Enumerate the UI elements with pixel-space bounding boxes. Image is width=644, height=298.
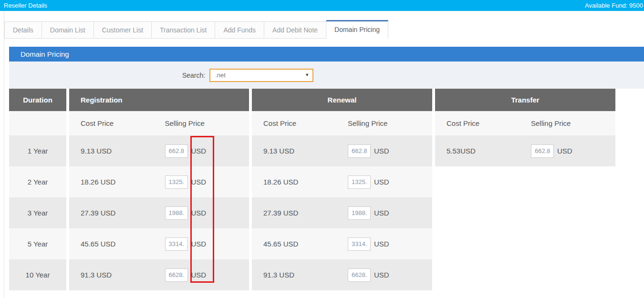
- table-row: 45.65 USD USD: [69, 228, 249, 259]
- renewal-selling-input[interactable]: [348, 237, 371, 251]
- duration-cell: 3 Year: [9, 197, 66, 228]
- tab-details[interactable]: Details: [4, 21, 42, 39]
- registration-subheader: Cost Price Selling Price: [69, 111, 249, 135]
- selling-price-label: Selling Price: [159, 119, 249, 127]
- currency-label: USD: [191, 240, 207, 248]
- transfer-selling-input[interactable]: [531, 144, 554, 158]
- renewal-selling-input[interactable]: [348, 206, 371, 220]
- currency-label: USD: [374, 147, 389, 155]
- tab-domain-list[interactable]: Domain List: [42, 21, 94, 39]
- renewal-selling-input[interactable]: [348, 268, 371, 282]
- currency-label: USD: [374, 178, 389, 186]
- registration-cost: 27.39 USD: [69, 209, 159, 217]
- currency-label: USD: [374, 209, 389, 217]
- table-row: 45.65 USD USD: [252, 228, 432, 259]
- tab-customer-list[interactable]: Customer List: [94, 21, 152, 39]
- duration-table: Duration 1 Year 2 Year 3 Year 5 Year 10 …: [9, 89, 66, 290]
- registration-selling-input[interactable]: [165, 144, 188, 158]
- table-row: 91.3 USD USD: [252, 259, 432, 290]
- pricing-tables: Duration 1 Year 2 Year 3 Year 5 Year 10 …: [9, 89, 644, 290]
- search-row: Search: .net ▼: [9, 62, 644, 89]
- registration-selling-input[interactable]: [165, 175, 188, 189]
- table-row: 27.39 USD USD: [252, 197, 432, 228]
- page-panel: Details Domain List Customer List Transa…: [4, 11, 644, 298]
- transfer-table: Transfer Cost Price Selling Price 5.53US…: [435, 89, 615, 290]
- duration-cell: 5 Year: [9, 228, 66, 259]
- registration-header: Registration: [69, 89, 249, 111]
- duration-cell: 2 Year: [9, 166, 66, 197]
- duration-cell: 1 Year: [9, 135, 66, 166]
- table-row: 18.26 USD USD: [252, 166, 432, 197]
- renewal-cost: 18.26 USD: [252, 178, 342, 186]
- tab-domain-pricing[interactable]: Domain Pricing: [326, 20, 388, 39]
- selling-price-label: Selling Price: [525, 119, 615, 127]
- registration-selling-input[interactable]: [165, 268, 188, 282]
- table-row: 9.13 USD USD: [252, 135, 432, 166]
- duration-header: Duration: [9, 89, 66, 111]
- currency-label: USD: [191, 147, 207, 155]
- cost-price-label: Cost Price: [252, 119, 342, 127]
- currency-label: USD: [557, 147, 572, 155]
- renewal-cost: 9.13 USD: [252, 147, 342, 155]
- registration-cost: 45.65 USD: [69, 240, 159, 248]
- top-bar: Reseller Details Available Fund: 9500: [0, 0, 644, 11]
- renewal-header: Renewal: [252, 89, 432, 111]
- table-row: 18.26 USD USD: [69, 166, 249, 197]
- renewal-cost: 91.3 USD: [252, 271, 342, 279]
- currency-label: USD: [191, 209, 207, 217]
- transfer-cost: 5.53USD: [435, 147, 525, 155]
- panel-header: Domain Pricing: [9, 47, 644, 62]
- page-title: Reseller Details: [4, 2, 47, 9]
- renewal-selling-input[interactable]: [348, 144, 371, 158]
- selling-price-label: Selling Price: [342, 119, 432, 127]
- search-label: Search:: [182, 72, 205, 79]
- duration-cell: 10 Year: [9, 259, 66, 290]
- currency-label: USD: [374, 271, 389, 279]
- registration-cost: 91.3 USD: [69, 271, 159, 279]
- registration-table: Registration Cost Price Selling Price 9.…: [69, 89, 249, 290]
- renewal-table: Renewal Cost Price Selling Price 9.13 US…: [252, 89, 432, 290]
- tab-content: Domain Pricing Search: .net ▼ Duration 1…: [4, 39, 644, 290]
- tld-select[interactable]: .net: [209, 69, 313, 82]
- renewal-cost: 45.65 USD: [252, 240, 342, 248]
- table-row: 91.3 USD USD: [69, 259, 249, 290]
- transfer-header: Transfer: [435, 89, 615, 111]
- registration-cost: 18.26 USD: [69, 178, 159, 186]
- currency-label: USD: [191, 271, 207, 279]
- renewal-selling-input[interactable]: [348, 175, 371, 189]
- table-row: 9.13 USD USD: [69, 135, 249, 166]
- cost-price-label: Cost Price: [435, 119, 525, 127]
- currency-label: USD: [191, 178, 207, 186]
- registration-cost: 9.13 USD: [69, 147, 159, 155]
- table-row: 5.53USD USD: [435, 135, 615, 166]
- cost-price-label: Cost Price: [69, 119, 159, 127]
- renewal-cost: 27.39 USD: [252, 209, 342, 217]
- transfer-subheader: Cost Price Selling Price: [435, 111, 615, 135]
- table-row: 27.39 USD USD: [69, 197, 249, 228]
- registration-selling-input[interactable]: [165, 206, 188, 220]
- currency-label: USD: [374, 240, 389, 248]
- tab-add-debit-note[interactable]: Add Debit Note: [264, 21, 326, 39]
- renewal-subheader: Cost Price Selling Price: [252, 111, 432, 135]
- available-fund: Available Fund: 9500: [585, 2, 643, 9]
- registration-selling-input[interactable]: [165, 237, 188, 251]
- tab-transaction-list[interactable]: Transaction List: [152, 21, 215, 39]
- tab-strip: Details Domain List Customer List Transa…: [4, 20, 644, 39]
- tab-add-funds[interactable]: Add Funds: [215, 21, 264, 39]
- duration-subheader: [9, 111, 66, 135]
